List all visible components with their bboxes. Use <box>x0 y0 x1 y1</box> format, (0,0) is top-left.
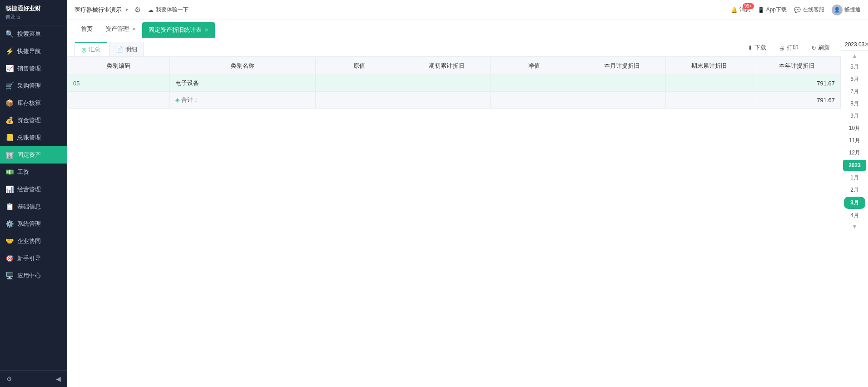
operations-icon: 📊 <box>5 185 14 194</box>
download-button[interactable]: ⬇ 下载 <box>744 42 770 54</box>
refresh-button[interactable]: ↻ 刷新 <box>808 42 833 54</box>
customer-service-button[interactable]: 💬 在线客服 <box>794 6 824 14</box>
sidebar-item-label: 企业协同 <box>17 237 41 245</box>
col-header-name: 类别名称 <box>169 57 315 75</box>
total-label-cell: ◈ 合计： <box>169 92 315 109</box>
tab-deprreport-close-icon[interactable]: ✕ <box>204 27 208 33</box>
total-empty <box>68 92 170 109</box>
company-name: 医疗器械行业演示 <box>74 6 122 14</box>
sidebar-item-fixedasset[interactable]: 🏢 固定资产 <box>0 146 67 164</box>
tab-assetmgmt-label: 资产管理 <box>105 25 129 33</box>
app-download-button[interactable]: 📱 App下载 <box>758 6 787 14</box>
detail-tab-icon: 📄 <box>116 46 123 53</box>
table-header-row: 类别编码 类别名称 原值 期初累计折旧 净值 本月计提折旧 期末累计折旧 本年计… <box>68 57 841 75</box>
settings-footer-icon[interactable]: ⚙ <box>6 375 12 382</box>
date-month-7[interactable]: 7月 <box>841 85 868 98</box>
date-month-1[interactable]: 1月 <box>841 172 868 184</box>
sidebar-item-label: 新手引导 <box>17 254 41 263</box>
col-header-original: 原值 <box>315 57 403 75</box>
experience-label: 我要体验一下 <box>156 6 188 14</box>
date-month-12[interactable]: 12月 <box>841 147 868 159</box>
app-subtitle: 普及版 <box>5 14 62 20</box>
total-icon: ◈ <box>175 97 179 103</box>
sidebar-item-operations[interactable]: 📊 经营管理 <box>0 181 67 198</box>
subtab-detail-label: 明细 <box>125 45 137 54</box>
row-accumulated-depr <box>403 75 491 92</box>
notification-button[interactable]: 🔔 消息 99+ <box>731 6 750 14</box>
sidebar-item-quicknav[interactable]: ⚡ 快捷导航 <box>0 43 67 60</box>
sidebar-item-payroll[interactable]: 💵 工资 <box>0 164 67 181</box>
total-net-value <box>491 92 578 109</box>
experience-button[interactable]: ☁ 我要体验一下 <box>148 6 188 14</box>
user-menu[interactable]: 👤 畅捷通 <box>832 5 861 15</box>
sidebar-item-sales[interactable]: 📈 销售管理 <box>0 60 67 77</box>
date-month-2[interactable]: 2月 <box>841 184 868 196</box>
tab-deprreport[interactable]: 固定资产折旧统计表 ✕ <box>142 22 215 38</box>
table-total-row: ◈ 合计： 791.67 <box>68 92 841 109</box>
sidebar-footer: ⚙ ◀ <box>0 370 67 387</box>
total-yearly-depr: 791.67 <box>753 92 841 109</box>
tab-assetmgmt-close-icon[interactable]: ✕ <box>132 26 136 32</box>
print-button[interactable]: 🖨 打印 <box>775 42 802 54</box>
cloud-icon: ☁ <box>148 7 154 13</box>
sidebar-item-ledger[interactable]: 📒 总账管理 <box>0 129 67 146</box>
collapse-icon[interactable]: ◀ <box>56 375 61 382</box>
date-panel-top: 2023.03 ✕ ⤢ <box>841 38 868 51</box>
col-header-period-end-depr: 期末累计折旧 <box>665 57 753 75</box>
company-selector[interactable]: 医疗器械行业演示 ▼ <box>74 6 129 14</box>
service-icon: 💬 <box>794 7 801 13</box>
sidebar-item-inventory[interactable]: 📦 库存核算 <box>0 94 67 112</box>
date-month-4[interactable]: 4月 <box>841 209 868 222</box>
sidebar-item-sysadmin[interactable]: ⚙️ 系统管理 <box>0 215 67 233</box>
purchase-icon: 🛒 <box>5 82 14 90</box>
tab-home-label: 首页 <box>81 25 93 33</box>
date-month-3-active[interactable]: 3月 <box>844 197 865 209</box>
subtab-detail[interactable]: 📄 明细 <box>109 42 144 56</box>
bell-icon: 🔔 <box>731 7 738 13</box>
sidebar-item-search[interactable]: 🔍 搜索菜单 <box>0 25 67 43</box>
guide-icon: 🎯 <box>5 254 14 263</box>
sidebar-item-funds[interactable]: 💰 资金管理 <box>0 112 67 129</box>
date-panel: 2023.03 ✕ ⤢ ▲ 5月 6月 7月 8月 9月 10月 11月 12月… <box>841 38 868 387</box>
payroll-icon: 💵 <box>5 168 14 176</box>
sidebar-logo: 畅捷通好业财 普及版 <box>0 0 67 25</box>
date-month-6[interactable]: 6月 <box>841 73 868 85</box>
date-month-8[interactable]: 8月 <box>841 98 868 110</box>
funds-icon: 💰 <box>5 116 14 124</box>
tab-assetmgmt[interactable]: 资产管理 ✕ <box>99 21 142 38</box>
date-scroll-up[interactable]: ▲ <box>850 51 859 61</box>
sidebar-item-collab[interactable]: 🤝 企业协同 <box>0 233 67 250</box>
sidebar-item-baseinfo[interactable]: 📋 基础信息 <box>0 198 67 215</box>
sidebar-item-label: 经营管理 <box>17 185 41 194</box>
search-icon: 🔍 <box>5 30 14 38</box>
topbar-settings-icon[interactable]: ⚙ <box>134 5 141 14</box>
quicknav-icon: ⚡ <box>5 47 14 55</box>
total-accumulated-depr <box>403 92 491 109</box>
subtab-summary-label: 汇总 <box>89 45 100 54</box>
date-month-10[interactable]: 10月 <box>841 122 868 134</box>
sidebar-item-label: 搜索菜单 <box>17 30 41 38</box>
tab-home[interactable]: 首页 <box>74 21 99 38</box>
date-scroll-down[interactable]: ▼ <box>850 222 859 232</box>
date-month-11[interactable]: 11月 <box>841 134 868 147</box>
date-year-2023[interactable]: 2023 <box>843 160 866 171</box>
sidebar-nav: 🔍 搜索菜单 ⚡ 快捷导航 📈 销售管理 🛒 采购管理 📦 库存核算 💰 资金管… <box>0 25 67 370</box>
depreciation-table-container: 类别编码 类别名称 原值 期初累计折旧 净值 本月计提折旧 期末累计折旧 本年计… <box>67 57 841 387</box>
sidebar-item-guide[interactable]: 🎯 新手引导 <box>0 250 67 267</box>
notif-badge: 99+ <box>743 3 754 9</box>
sidebar-item-label: 销售管理 <box>17 64 41 73</box>
sidebar-item-label: 应用中心 <box>17 272 41 280</box>
app-icon: 📱 <box>758 7 764 13</box>
sidebar-item-purchase[interactable]: 🛒 采购管理 <box>0 77 67 94</box>
date-month-9[interactable]: 9月 <box>841 110 868 122</box>
summary-tab-icon: ◎ <box>81 46 86 53</box>
print-icon: 🖨 <box>779 45 785 51</box>
subtab-summary[interactable]: ◎ 汇总 <box>74 42 107 56</box>
col-header-code: 类别编码 <box>68 57 170 75</box>
col-header-net-value: 净值 <box>491 57 578 75</box>
sidebar-item-appcenter[interactable]: 🖥️ 应用中心 <box>0 267 67 284</box>
date-month-5[interactable]: 5月 <box>841 61 868 73</box>
sidebar: 畅捷通好业财 普及版 🔍 搜索菜单 ⚡ 快捷导航 📈 销售管理 🛒 采购管理 📦… <box>0 0 67 387</box>
date-panel-close-btn[interactable]: ✕ <box>864 41 868 48</box>
ledger-icon: 📒 <box>5 134 14 142</box>
